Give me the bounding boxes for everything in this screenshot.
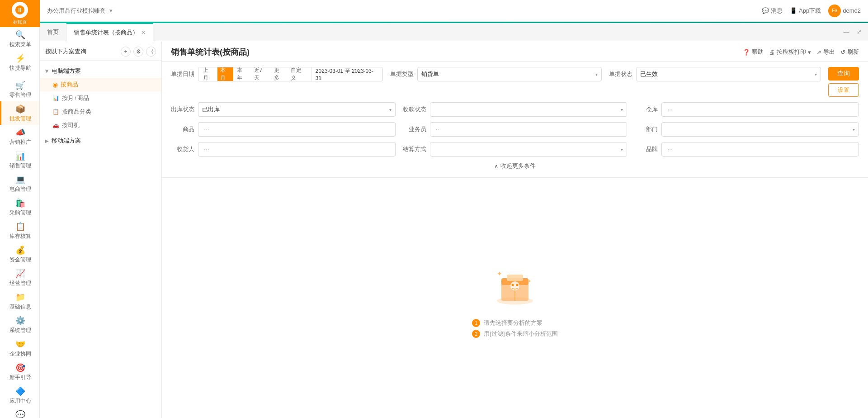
- tab-close-icon[interactable]: ✕: [141, 29, 146, 36]
- depot-filter-control[interactable]: ···: [661, 102, 859, 117]
- tab-maximize-button[interactable]: ⤢: [854, 27, 864, 38]
- staff-more-icon[interactable]: ···: [436, 126, 441, 133]
- left-panel-title: 按以下方案查询 + ⚙ 《: [45, 47, 156, 57]
- staff-filter-control[interactable]: ···: [430, 122, 627, 137]
- inventory-icon: 📋: [15, 222, 25, 232]
- status-filter-label: 单据状态: [609, 70, 632, 78]
- date-last7-btn[interactable]: 近7天: [251, 67, 270, 81]
- sidebar-item-wechat[interactable]: 💬 企业微信: [0, 407, 39, 418]
- tree-item-by-goods[interactable]: ◉ 按商品: [40, 78, 161, 91]
- dept-filter-control[interactable]: ▾: [661, 122, 859, 137]
- tree-item-by-category[interactable]: 📋 按商品分类: [40, 105, 161, 119]
- finance-icon: 💰: [15, 245, 25, 255]
- sales-icon: 📊: [15, 151, 25, 161]
- tab-sales-stats[interactable]: 销售单统计表（按商品） ✕: [66, 23, 153, 41]
- query-button[interactable]: 查询: [828, 67, 859, 81]
- tree-item-by-month-goods[interactable]: 📊 按月+商品: [40, 91, 161, 105]
- sidebar-item-search[interactable]: 🔍 搜索菜单: [0, 27, 39, 51]
- template-print-button[interactable]: 🖨 按模板打印 ▾: [769, 48, 811, 56]
- page-title: 销售单统计表(按商品): [171, 47, 250, 57]
- sidebar-item-purchase[interactable]: 🛍️ 采购管理: [0, 195, 39, 219]
- filter-type-cell: 单据类型 销货单 ▾: [390, 67, 602, 81]
- goods-more-icon[interactable]: ···: [204, 126, 209, 133]
- goods-filter-label: 商品: [171, 125, 194, 133]
- tree-group-mobile-header[interactable]: ▶ 移动端方案: [40, 134, 161, 147]
- date-filter-control[interactable]: 上月 本月 本年 近7天 更多 自定义 2023-03-01 至 2023-03…: [198, 67, 383, 81]
- sidebar-item-sales[interactable]: 📊 销售管理: [0, 148, 39, 172]
- sidebar-item-guide[interactable]: 🎯 新手引导: [0, 360, 39, 384]
- logo[interactable]: 标账页: [0, 0, 40, 27]
- sidebar-item-ecommerce[interactable]: 💻 电商管理: [0, 172, 39, 195]
- date-this-year-btn[interactable]: 本年: [234, 67, 250, 81]
- sidebar-item-quick[interactable]: ⚡ 快捷导航: [0, 51, 39, 74]
- sidebar-item-label: 库存核算: [9, 233, 31, 240]
- receipt-filter-control[interactable]: ▾: [430, 102, 627, 117]
- tab-home[interactable]: 首页: [40, 23, 66, 41]
- tree-item-label: 按商品: [61, 81, 78, 89]
- goods-filter-control[interactable]: ···: [198, 122, 396, 137]
- collapse-panel-button[interactable]: 《: [146, 47, 156, 57]
- sidebar-item-label: 快捷导航: [9, 64, 31, 72]
- export-label: 导出: [823, 48, 835, 56]
- sidebar-item-inventory[interactable]: 📋 库存核算: [0, 219, 39, 242]
- tree-group-mobile: ▶ 移动端方案: [40, 134, 161, 147]
- tree-item-icon: 📋: [52, 109, 59, 115]
- tree-item-by-driver[interactable]: 🚗 按司机: [40, 119, 161, 132]
- appcenter-icon: 🔷: [15, 386, 25, 396]
- empty-illustration-svg: ✦ ✦ ·: [488, 258, 542, 312]
- depot-more-icon[interactable]: ···: [667, 106, 673, 113]
- user-profile-button[interactable]: Ea demo2: [828, 5, 861, 17]
- sidebar-item-collab[interactable]: 🤝 企业协同: [0, 337, 39, 360]
- receiver-filter-control[interactable]: ···: [198, 142, 396, 157]
- date-custom-btn[interactable]: 自定义: [288, 67, 309, 81]
- sidebar-item-label: 应用中心: [9, 397, 31, 405]
- status-filter-control[interactable]: 已生效 ▾: [636, 67, 821, 81]
- dept-chevron-icon: ▾: [853, 127, 855, 132]
- sidebar-item-finance[interactable]: 💰 资金管理: [0, 242, 39, 266]
- tab-minimize-button[interactable]: —: [841, 27, 852, 38]
- svg-text:✦: ✦: [528, 279, 531, 284]
- filter-staff-cell: 业务员 ···: [403, 122, 627, 137]
- app-download-button[interactable]: 📱 App下载: [790, 7, 821, 15]
- add-scheme-button[interactable]: +: [121, 47, 131, 57]
- tree-group-desktop-header[interactable]: ▶ 电脑端方案: [40, 64, 161, 78]
- tree-item-icon: 📊: [52, 95, 59, 101]
- tree-item-label: 按司机: [62, 121, 80, 129]
- date-this-month-btn[interactable]: 本月: [217, 67, 234, 81]
- page-content: 按以下方案查询 + ⚙ 《: [40, 41, 868, 418]
- export-button[interactable]: ↗ 导出: [816, 48, 835, 56]
- brand-more-icon[interactable]: ···: [667, 146, 673, 153]
- sidebar-item-marketing[interactable]: 📣 营销推广: [0, 125, 39, 148]
- staff-filter-label: 业务员: [403, 125, 426, 133]
- tree-item-label: 按商品分类: [62, 108, 91, 116]
- title-dropdown-icon[interactable]: ▾: [109, 7, 113, 14]
- receiver-more-icon[interactable]: ···: [204, 146, 209, 153]
- message-button[interactable]: 💬 消息: [762, 7, 783, 15]
- purchase-icon: 🛍️: [15, 198, 25, 208]
- help-button[interactable]: ❓ 帮助: [743, 48, 764, 56]
- settings-scheme-button[interactable]: ⚙: [133, 47, 143, 57]
- sidebar-item-retail[interactable]: 🛒 零售管理: [0, 78, 39, 101]
- date-range-text: 2023-03-01 至 2023-03-31: [311, 67, 382, 81]
- left-panel: 按以下方案查询 + ⚙ 《: [40, 41, 162, 418]
- sidebar-item-appcenter[interactable]: 🔷 应用中心: [0, 384, 39, 407]
- sidebar-item-management[interactable]: 📈 经营管理: [0, 266, 39, 290]
- sidebar-item-wholesale[interactable]: 📦 批发管理: [0, 101, 39, 125]
- date-last-month-btn[interactable]: 上月: [200, 67, 217, 81]
- sidebar-item-system[interactable]: ⚙️ 系统管理: [0, 313, 39, 337]
- tree-group-label: 电脑端方案: [52, 67, 81, 75]
- warehouse-chevron-icon: ▾: [389, 107, 392, 112]
- app-download-label: App下载: [799, 7, 821, 15]
- tip-text-1: 请先选择要分析的方案: [484, 319, 542, 327]
- settings-button[interactable]: 设置: [828, 83, 859, 97]
- date-more-btn[interactable]: 更多: [271, 67, 288, 81]
- sidebar-item-base[interactable]: 📁 基础信息: [0, 290, 39, 313]
- type-filter-control[interactable]: 销货单 ▾: [417, 67, 602, 81]
- payment-filter-control[interactable]: ▾: [430, 142, 627, 157]
- collapse-button[interactable]: ∧ 收起更多条件: [489, 160, 541, 172]
- left-panel-title-text: 按以下方案查询: [45, 48, 86, 56]
- sidebar-item-label: 企业协同: [9, 350, 31, 358]
- brand-filter-control[interactable]: ···: [661, 142, 859, 157]
- refresh-button[interactable]: ↺ 刷新: [840, 48, 859, 56]
- warehouse-filter-control[interactable]: 已出库 ▾: [198, 102, 396, 117]
